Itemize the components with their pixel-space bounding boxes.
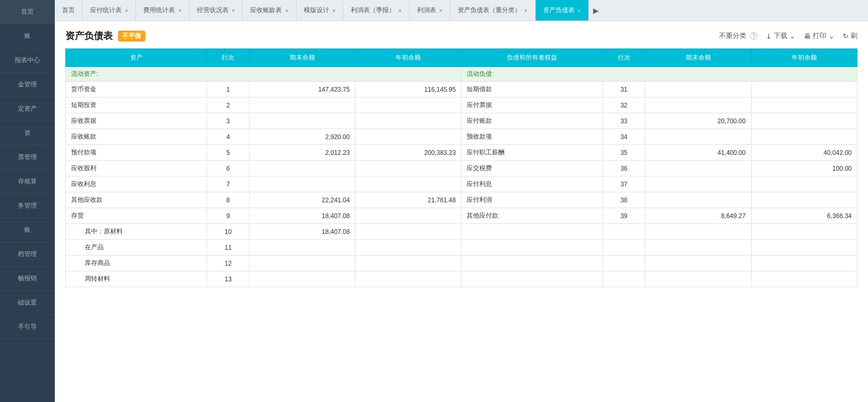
asset-name[interactable]: 短期投资 — [66, 97, 207, 113]
table-row: 应收账款 4 2,920.00 预收款项 34 — [66, 129, 857, 145]
liability-name[interactable] — [461, 271, 603, 287]
end-balance — [249, 177, 355, 192]
sidebar-item-settings[interactable]: 础设置 — [0, 291, 55, 315]
liability-name[interactable]: 应付职工薪酬 — [461, 145, 603, 161]
tab-expense-stat[interactable]: 费用统计表 × — [136, 0, 189, 21]
asset-name[interactable]: 应收票据 — [66, 113, 207, 129]
liability-name[interactable]: 应付利息 — [461, 177, 603, 192]
liability-name[interactable] — [461, 240, 603, 256]
tab-close-profit[interactable]: × — [439, 7, 442, 14]
col-asset: 资产 — [66, 49, 207, 67]
end-balance2 — [645, 129, 751, 145]
asset-name[interactable]: 其他应收款 — [66, 192, 207, 208]
row-number2: 38 — [603, 192, 645, 208]
tab-close-template[interactable]: × — [332, 7, 336, 14]
end-balance: 2,920.00 — [249, 129, 355, 145]
question-icon: ? — [750, 32, 757, 40]
sidebar-item-report-center[interactable]: 报表中心 — [0, 48, 55, 73]
end-balance — [249, 97, 355, 113]
sidebar-item-fund-mgmt[interactable]: 金管理 — [0, 73, 55, 97]
liability-name[interactable]: 应付利润 — [461, 192, 603, 208]
tab-balance-reclassify[interactable]: 资产负债表（重分类） × — [450, 0, 535, 21]
asset-name[interactable]: 周转材料 — [66, 271, 207, 287]
liability-name[interactable] — [461, 256, 603, 271]
tab-home[interactable]: 首页 — [55, 0, 83, 21]
tab-close-ar-aging[interactable]: × — [285, 7, 288, 14]
sidebar-item-investment[interactable]: 资 — [0, 121, 55, 145]
year-start-balance — [356, 129, 461, 145]
liability-name[interactable] — [461, 224, 603, 240]
liability-name[interactable]: 短期借款 — [461, 82, 603, 97]
liability-name[interactable]: 预收款项 — [461, 129, 603, 145]
sidebar-item-tax-mgmt[interactable]: 务管理 — [0, 194, 55, 218]
tab-close-balance-reclassify[interactable]: × — [524, 7, 527, 14]
end-balance2 — [645, 271, 751, 287]
col-row-num: 行次 — [207, 49, 250, 67]
table-row: 预付款项 5 2,012.23 200,383.23 应付职工薪酬 35 41,… — [66, 145, 857, 161]
row-number: 3 — [207, 113, 250, 129]
end-balance2 — [645, 240, 751, 256]
download-btn[interactable]: ⤓ 下载 ⌄ — [766, 31, 795, 41]
sidebar-item-inventory[interactable]: 存核算 — [0, 170, 55, 194]
liability-name[interactable]: 应付账款 — [461, 113, 603, 129]
year-start-balance: 116,145.95 — [356, 82, 461, 97]
row-number2 — [603, 224, 645, 240]
year-start2 — [751, 177, 857, 192]
sidebar-item-archive[interactable]: 档管理 — [0, 242, 55, 267]
row-number: 11 — [207, 240, 250, 256]
year-start-balance — [356, 240, 461, 256]
tab-template-design[interactable]: 模版设计 × — [297, 0, 343, 21]
tab-ap-stat[interactable]: 应付统计表 × — [83, 0, 136, 21]
table-row: 应收票据 3 应付账款 33 20,700.00 — [66, 113, 857, 129]
end-balance: 18,407.08 — [249, 224, 355, 240]
print-chevron-icon: ⌄ — [828, 32, 834, 40]
asset-name[interactable]: 应收股利 — [66, 161, 207, 177]
end-balance2: 41,400.00 — [645, 145, 751, 161]
sidebar-item-home[interactable]: 首页 — [0, 0, 55, 24]
asset-name[interactable]: 预付款项 — [66, 145, 207, 161]
year-start2 — [751, 256, 857, 271]
liability-name[interactable]: 其他应付款 — [461, 208, 603, 224]
liability-name[interactable]: 应交税费 — [461, 161, 603, 177]
header-actions: 不重分类 ? ⤓ 下载 ⌄ 🖶 打印 ⌄ ↻ 刷 — [719, 31, 857, 41]
tab-ar-aging[interactable]: 应收账龄表 × — [243, 0, 296, 21]
sidebar-item-ticket-mgmt[interactable]: 票管理 — [0, 145, 55, 170]
sidebar-item-ledger[interactable]: 账 — [0, 218, 55, 242]
end-balance: 2,012.23 — [249, 145, 355, 161]
page-title-area: 资产负债表 不平衡 — [65, 30, 145, 42]
tab-profit-quarterly[interactable]: 利润表（季报） × — [343, 0, 409, 21]
tab-close-expense-stat[interactable]: × — [178, 7, 181, 14]
year-start2: 100.00 — [751, 161, 857, 177]
year-start-balance: 200,383.23 — [356, 145, 461, 161]
end-balance2 — [645, 256, 751, 271]
asset-name[interactable]: 货币资金 — [66, 82, 207, 97]
asset-name[interactable]: 存货 — [66, 208, 207, 224]
tab-scroll-right[interactable]: ▶ — [589, 0, 603, 21]
tab-balance-sheet[interactable]: 资产负债表 × — [536, 0, 589, 21]
sidebar-item-fixed-assets[interactable]: 定资产 — [0, 97, 55, 121]
end-balance2: 20,700.00 — [645, 113, 751, 129]
no-reclassify-btn[interactable]: 不重分类 ? — [719, 31, 757, 41]
asset-name[interactable]: 应收账款 — [66, 129, 207, 145]
print-btn[interactable]: 🖶 打印 ⌄ — [804, 31, 834, 41]
tab-profit[interactable]: 利润表 × — [410, 0, 450, 21]
tab-close-ap-stat[interactable]: × — [125, 7, 128, 14]
year-start2 — [751, 113, 857, 129]
tab-close-operations[interactable]: × — [232, 7, 235, 14]
sidebar-item-expense[interactable]: 畅报销 — [0, 267, 55, 291]
liability-name[interactable]: 应付票据 — [461, 97, 603, 113]
row-number: 7 — [207, 177, 250, 192]
asset-name[interactable]: 其中：原材料 — [66, 224, 207, 240]
asset-name[interactable]: 库存商品 — [66, 256, 207, 271]
section-current-assets: 流动资产: 流动负债: — [66, 67, 857, 82]
asset-name[interactable]: 在产品 — [66, 240, 207, 256]
asset-name[interactable]: 应收利息 — [66, 177, 207, 192]
refresh-btn[interactable]: ↻ 刷 — [843, 31, 857, 41]
sidebar-item-guide[interactable]: 手引导 — [0, 315, 55, 339]
sidebar-item-account[interactable]: 账 — [0, 24, 55, 48]
unbalanced-badge: 不平衡 — [118, 31, 145, 42]
row-number: 9 — [207, 208, 250, 224]
tab-close-profit-q[interactable]: × — [398, 7, 401, 14]
tab-close-balance[interactable]: × — [578, 7, 581, 14]
tab-operations[interactable]: 经营状况表 × — [190, 0, 243, 21]
